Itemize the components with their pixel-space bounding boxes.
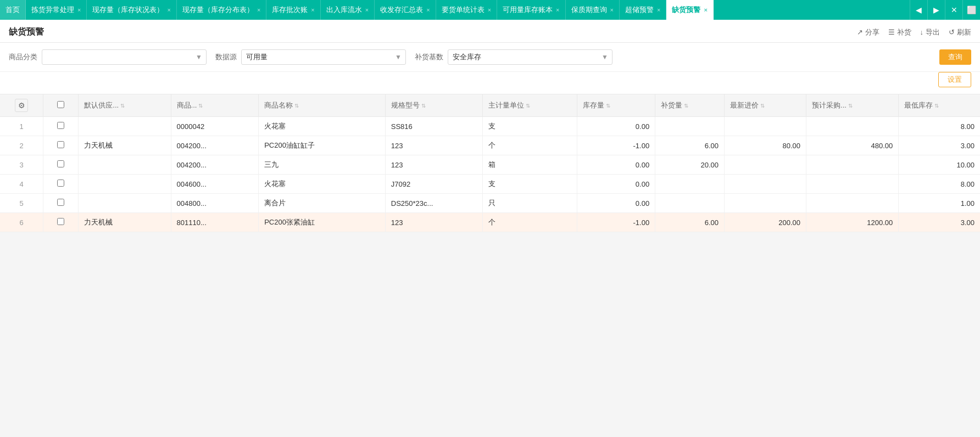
nav-close-btn[interactable]: ✕ (945, 0, 962, 20)
share-action[interactable]: ↗ 分享 (857, 27, 879, 37)
nav-tab-7[interactable]: 要货单统计表 × (436, 0, 497, 20)
category-select-wrapper: ▼ (42, 49, 207, 65)
nav-tab-4[interactable]: 库存批次账 × (266, 0, 320, 20)
supplier-sort-icon: ⇅ (120, 103, 125, 109)
row-supplier (79, 175, 171, 194)
restock-sort-icon: ⇅ (684, 103, 688, 109)
refresh-action[interactable]: ↺ 刷新 (949, 27, 971, 37)
refresh-icon: ↺ (949, 28, 955, 36)
row-spec: SS816 (385, 117, 482, 136)
datasource-value: 可用量 (246, 52, 268, 62)
nav-tab-11[interactable]: 缺货预警 × (666, 0, 713, 20)
row-forecast (806, 155, 899, 175)
row-supplier (79, 155, 171, 175)
nav-tab-1[interactable]: 拣货异常处理 × (26, 0, 87, 20)
row-unit: 个 (483, 213, 577, 232)
row-price (725, 194, 806, 213)
export-action[interactable]: ↓ 导出 (920, 27, 940, 37)
th-gear: ⚙ (0, 94, 43, 117)
row-forecast: 1200.00 (806, 213, 899, 232)
th-name[interactable]: 商品名称 ⇅ (259, 94, 386, 117)
row-num-cell: 3 (0, 155, 43, 175)
row-code: 004800... (171, 194, 259, 213)
nav-tab-home[interactable]: 首页 (0, 0, 26, 20)
row-restock (655, 117, 725, 136)
row-forecast (806, 175, 899, 194)
category-filter-group: 商品分类 ▼ (9, 49, 207, 65)
row-forecast (806, 194, 899, 213)
restock-action[interactable]: ☰ 补货 (888, 27, 911, 37)
row-price: 80.00 (725, 136, 806, 155)
row-checkbox-5[interactable] (57, 218, 64, 225)
row-checkbox-4[interactable] (57, 199, 64, 206)
nav-tab-9[interactable]: 保质期查询 × (566, 0, 620, 20)
close-tab-8[interactable]: × (556, 7, 559, 13)
nav-expand-btn[interactable]: ⬜ (962, 0, 980, 20)
row-checkbox-3[interactable] (57, 180, 64, 187)
row-num: 5 (20, 199, 24, 208)
th-spec[interactable]: 规格型号 ⇅ (385, 94, 482, 117)
price-sort-icon: ⇅ (760, 103, 765, 109)
datasource-label: 数据源 (215, 52, 237, 62)
restock-base-select[interactable]: 安全库存 (448, 49, 612, 65)
close-tab-10[interactable]: × (657, 7, 660, 13)
close-tab-6[interactable]: × (426, 7, 430, 13)
close-tab-5[interactable]: × (365, 7, 369, 13)
row-restock (655, 194, 725, 213)
row-stock: -1.00 (577, 213, 655, 232)
th-unit[interactable]: 主计量单位 ⇅ (483, 94, 577, 117)
code-sort-icon: ⇅ (198, 103, 203, 109)
query-button[interactable]: 查询 (939, 49, 971, 65)
row-code: 0000042 (171, 117, 259, 136)
datasource-select[interactable]: 可用量 (241, 49, 406, 65)
close-tab-9[interactable]: × (610, 7, 614, 13)
restock-base-filter-group: 补货基数 安全库存 ▼ (415, 49, 612, 65)
row-minstk: 3.00 (899, 213, 980, 232)
close-tab-4[interactable]: × (311, 7, 314, 13)
table-container: ⚙ 默认供应... ⇅ (0, 94, 980, 232)
row-num: 6 (20, 218, 24, 227)
nav-next-btn[interactable]: ▶ (927, 0, 945, 20)
nav-tab-10[interactable]: 超储预警 × (620, 0, 666, 20)
nav-tab-5[interactable]: 出入库流水 × (321, 0, 375, 20)
th-forecast[interactable]: 预计采购... ⇅ (806, 94, 899, 117)
th-minstk[interactable]: 最低库存 ⇅ (899, 94, 980, 117)
row-name: PC200油缸缸子 (259, 136, 386, 155)
row-checkbox-2[interactable] (57, 160, 64, 167)
close-tab-2[interactable]: × (167, 7, 170, 13)
row-checkbox-1[interactable] (57, 141, 64, 148)
row-spec: DS250*23c... (385, 194, 482, 213)
nav-tab-6[interactable]: 收发存汇总表 × (375, 0, 436, 20)
nav-tab-2[interactable]: 现存量（库存状况表） × (87, 0, 176, 20)
nav-prev-btn[interactable]: ◀ (910, 0, 927, 20)
stock-sort-icon: ⇅ (606, 103, 610, 109)
nav-bar: 首页 拣货异常处理 × 现存量（库存状况表） × 现存量（库存分布表） × 库存… (0, 0, 980, 20)
category-select[interactable] (42, 49, 207, 65)
row-name: 离合片 (259, 194, 386, 213)
select-all-checkbox[interactable] (57, 101, 64, 108)
nav-tab-3[interactable]: 现存量（库存分布表） × (177, 0, 266, 20)
row-minstk: 1.00 (899, 194, 980, 213)
row-supplier (79, 194, 171, 213)
th-price[interactable]: 最新进价 ⇅ (725, 94, 806, 117)
close-tab-3[interactable]: × (257, 7, 260, 13)
close-tab-11[interactable]: × (704, 7, 707, 13)
row-spec: 123 (385, 136, 482, 155)
datasource-select-wrapper: 可用量 ▼ (241, 49, 406, 65)
th-supplier[interactable]: 默认供应... ⇅ (79, 94, 171, 117)
close-tab-1[interactable]: × (77, 7, 81, 13)
row-name: PC200张紧油缸 (259, 213, 386, 232)
settings-icon[interactable]: ⚙ (15, 99, 28, 112)
name-sort-icon: ⇅ (294, 103, 299, 109)
th-restock[interactable]: 补货量 ⇅ (655, 94, 725, 117)
close-tab-7[interactable]: × (488, 7, 491, 13)
row-spec: 123 (385, 213, 482, 232)
row-code: 801110... (171, 213, 259, 232)
settings-button[interactable]: 设置 (938, 72, 971, 87)
nav-tab-8[interactable]: 可用量库存账本 × (497, 0, 565, 20)
row-num-cell: 4 (0, 175, 43, 194)
th-stock[interactable]: 库存量 ⇅ (577, 94, 655, 117)
row-minstk: 3.00 (899, 136, 980, 155)
th-code[interactable]: 商品... ⇅ (171, 94, 259, 117)
row-checkbox-0[interactable] (57, 122, 64, 129)
